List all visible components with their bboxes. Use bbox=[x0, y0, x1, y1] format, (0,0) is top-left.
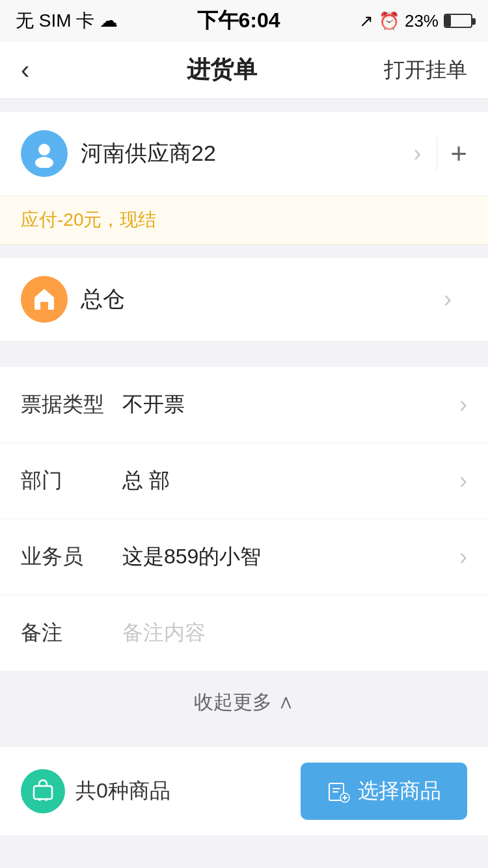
svg-point-0 bbox=[38, 144, 50, 156]
remark-row[interactable]: 备注 备注内容 bbox=[0, 595, 488, 671]
page-title: 进货单 bbox=[187, 54, 257, 86]
cart-icon bbox=[30, 778, 56, 804]
add-supplier-button[interactable]: + bbox=[437, 137, 467, 170]
remark-input[interactable]: 备注内容 bbox=[122, 619, 467, 647]
salesperson-label: 业务员 bbox=[21, 543, 112, 571]
chevron-right-icon-dept: › bbox=[459, 467, 467, 495]
section-gap-1 bbox=[0, 99, 488, 112]
warehouse-row[interactable]: 总仓 › bbox=[0, 258, 488, 341]
status-left: 无 SIM 卡 ☁ bbox=[16, 8, 118, 33]
battery-icon bbox=[444, 14, 472, 28]
select-goods-icon bbox=[327, 780, 350, 803]
status-time: 下午6:04 bbox=[197, 7, 280, 35]
location-icon: ↗ bbox=[359, 11, 373, 31]
person-icon bbox=[30, 139, 59, 168]
invoice-type-row[interactable]: 票据类型 不开票 › bbox=[0, 367, 488, 443]
collapse-row[interactable]: 收起更多 ∧ bbox=[0, 671, 488, 734]
supplier-section: 河南供应商22 › + 应付-20元，现结 bbox=[0, 112, 488, 245]
battery-label: 23% bbox=[405, 11, 439, 31]
bottom-bar: 共0种商品 选择商品 bbox=[0, 747, 488, 835]
svg-point-1 bbox=[35, 157, 53, 168]
warehouse-name: 总仓 bbox=[81, 284, 444, 314]
goods-count-text: 共0种商品 bbox=[75, 777, 170, 806]
department-value: 总 部 bbox=[122, 467, 459, 495]
svg-marker-3 bbox=[34, 289, 55, 298]
warehouse-icon bbox=[31, 286, 57, 312]
warehouse-icon-wrap bbox=[21, 276, 68, 323]
notice-bar: 应付-20元，现结 bbox=[0, 196, 488, 245]
invoice-label: 票据类型 bbox=[21, 390, 112, 419]
chevron-right-icon-warehouse: › bbox=[444, 286, 452, 313]
department-row[interactable]: 部门 总 部 › bbox=[0, 443, 488, 519]
open-pending-button[interactable]: 打开挂单 bbox=[384, 56, 467, 85]
goods-icon-wrap bbox=[21, 769, 65, 813]
chevron-right-icon-sales: › bbox=[459, 543, 467, 571]
select-goods-button[interactable]: 选择商品 bbox=[301, 763, 467, 820]
goods-count-wrap: 共0种商品 bbox=[21, 769, 170, 813]
back-button[interactable]: ‹ bbox=[21, 55, 60, 85]
nav-bar: ‹ 进货单 打开挂单 bbox=[0, 42, 488, 99]
alarm-icon: ⏰ bbox=[379, 11, 400, 31]
chevron-right-icon: › bbox=[413, 140, 421, 167]
supplier-avatar bbox=[21, 130, 68, 177]
svg-rect-4 bbox=[40, 302, 48, 310]
section-gap-2 bbox=[0, 341, 488, 354]
supplier-row[interactable]: 河南供应商22 › + bbox=[0, 112, 488, 196]
svg-point-7 bbox=[45, 798, 47, 801]
supplier-name: 河南供应商22 bbox=[81, 139, 413, 169]
status-bar: 无 SIM 卡 ☁ 下午6:04 ↗ ⏰ 23% bbox=[0, 0, 488, 42]
svg-point-6 bbox=[38, 798, 41, 801]
status-right: ↗ ⏰ 23% bbox=[359, 11, 472, 31]
salesperson-row[interactable]: 业务员 这是859的小智 › bbox=[0, 519, 488, 595]
svg-rect-5 bbox=[34, 786, 52, 799]
salesperson-value: 这是859的小智 bbox=[122, 543, 459, 571]
department-label: 部门 bbox=[21, 467, 112, 495]
invoice-value: 不开票 bbox=[122, 390, 459, 419]
remark-label: 备注 bbox=[21, 619, 112, 647]
page-rest bbox=[0, 835, 488, 868]
no-sim-label: 无 SIM 卡 ☁ bbox=[16, 8, 118, 33]
chevron-right-icon-invoice: › bbox=[459, 391, 467, 418]
form-section: 票据类型 不开票 › 部门 总 部 › 业务员 这是859的小智 › 备注 备注… bbox=[0, 367, 488, 671]
select-goods-label: 选择商品 bbox=[358, 777, 441, 806]
